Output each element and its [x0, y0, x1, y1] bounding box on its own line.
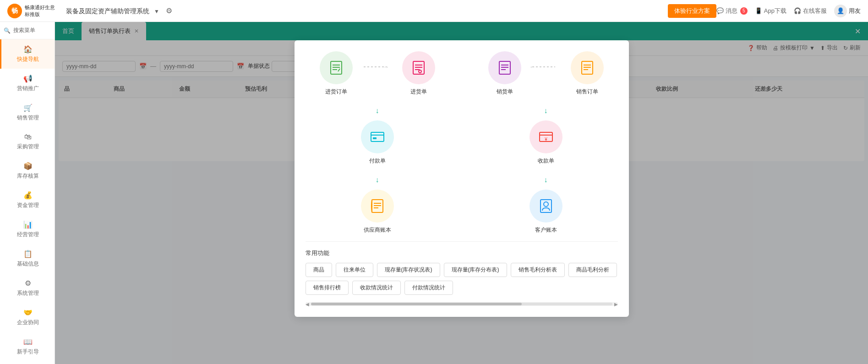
flow-node-sales-bill[interactable]: 销货单 — [477, 51, 532, 96]
modal-box: 进货订单 → 进货单 — [295, 40, 629, 317]
arrow-down-payment: ↓ — [376, 107, 379, 115]
customer-ledger-circle[interactable] — [530, 190, 562, 223]
func-btn-goods[interactable]: 商品 — [306, 263, 332, 277]
payment-circle[interactable] — [361, 120, 394, 153]
dropdown-arrow-icon[interactable]: ▼ — [154, 8, 159, 15]
scroll-thumb[interactable] — [311, 303, 522, 305]
logo-area: 畅 畅康通好生意 标推版 — [7, 4, 62, 18]
message-btn[interactable]: 💬 消息 5 — [716, 7, 748, 15]
online-service-btn[interactable]: 🎧 在线客服 — [794, 7, 827, 15]
svg-rect-16 — [371, 132, 384, 141]
collab-icon: 🤝 — [23, 308, 33, 317]
receipt-label: 收款单 — [538, 157, 554, 165]
message-icon: 💬 — [716, 7, 724, 14]
svg-rect-18 — [373, 137, 377, 139]
func-btn-payment-stats[interactable]: 付款情况统计 — [404, 281, 453, 295]
func-btn-sales-rank[interactable]: 销售排行榜 — [306, 281, 349, 295]
func-btn-sales-profit[interactable]: 销售毛利分析表 — [511, 263, 565, 277]
headset-icon: 🎧 — [794, 7, 801, 14]
search-menu[interactable]: 🔍 搜索菜单 — [0, 22, 55, 39]
system-icon: ⚙ — [25, 279, 31, 288]
flow-node-receipt[interactable]: ↓ ¥ 收款单 — [519, 107, 573, 165]
sidebar-item-newbie[interactable]: 📖 新手引导 — [0, 332, 55, 361]
sales-order-label: 销售订单 — [576, 88, 598, 96]
sidebar-item-purchase[interactable]: 🛍 采购管理 — [0, 127, 55, 156]
sidebar-item-system[interactable]: ⚙ 系统管理 — [0, 273, 55, 303]
arrow-sales-left: ← — [532, 66, 560, 67]
flow-group-customer: ↓ 客户账本 — [477, 176, 615, 234]
flow-node-payment[interactable]: ↓ 付款单 — [350, 107, 405, 165]
arrow-down-receipt: ↓ — [544, 107, 548, 115]
message-badge: 5 — [740, 7, 748, 15]
sidebar-item-basic-info[interactable]: 📋 基础信息 — [0, 244, 55, 273]
flow-node-purchase-bill[interactable]: 进货单 — [391, 51, 446, 96]
flow-node-supplier-ledger[interactable]: ↓ 供应商账本 — [350, 176, 405, 234]
header-right: 💬 消息 5 📱 App下载 🎧 在线客服 👤 用友 — [716, 5, 861, 17]
search-icon: 🔍 — [4, 27, 11, 34]
svg-point-27 — [544, 202, 548, 206]
purchase-icon: 🛍 — [24, 133, 32, 141]
svg-text:¥: ¥ — [544, 137, 547, 142]
flow-node-customer-ledger[interactable]: ↓ 客户账本 — [519, 176, 573, 234]
sales-order-circle[interactable] — [571, 51, 604, 84]
customer-ledger-label: 客户账本 — [535, 226, 557, 234]
flow-node-sales-order[interactable]: 销售订单 — [560, 51, 615, 96]
func-buttons: 商品 往来单位 现存量(库存状况表) 现存量(库存分布表) 销售毛利分析表 商品… — [306, 263, 618, 277]
flow-group-supplier: ↓ 供应商账本 — [309, 176, 446, 234]
purchase-bill-circle[interactable] — [402, 51, 435, 84]
purchase-order-circle[interactable] — [320, 51, 353, 84]
try-btn[interactable]: 体验行业方案 — [668, 4, 716, 18]
sales-bill-circle[interactable] — [488, 51, 521, 84]
system-title: 装备及固定资产辅助管理系统 ▼ ⚙ — [66, 6, 668, 16]
purchase-order-label: 进货订单 — [325, 88, 347, 96]
flow-row-2: ↓ 付款单 ↓ ¥ 收款单 — [306, 107, 618, 165]
func-btn-stock-dist[interactable]: 现存量(库存分布表) — [444, 263, 507, 277]
sidebar-item-quick-nav[interactable]: 🏠 快捷导航 — [0, 39, 55, 69]
func-btn-receipt-stats[interactable]: 收款情况统计 — [352, 281, 401, 295]
flow-group-payment: ↓ 付款单 — [309, 107, 446, 165]
sidebar-item-operations[interactable]: 📊 经营管理 — [0, 215, 55, 244]
phone-icon: 📱 — [755, 7, 762, 14]
common-functions-title: 常用功能 — [306, 249, 618, 257]
payment-label: 付款单 — [369, 157, 386, 165]
scroll-left-arrow[interactable]: ◀ — [306, 302, 309, 307]
sidebar: 🔍 搜索菜单 🏠 快捷导航 📢 营销推广 🛒 销售管理 🛍 采购管理 📦 库存核… — [0, 22, 55, 364]
func-buttons-row2: 销售排行榜 收款情况统计 付款情况统计 — [306, 281, 618, 295]
logo-text: 畅康通好生意 标推版 — [25, 4, 55, 17]
sidebar-item-collab[interactable]: 🤝 企业协同 — [0, 303, 55, 332]
supplier-ledger-circle[interactable] — [361, 190, 394, 223]
sidebar-item-sales[interactable]: 🛒 销售管理 — [0, 98, 55, 127]
sidebar-item-inventory[interactable]: 📦 库存核算 — [0, 156, 55, 185]
arrow-purchase-right: → — [364, 66, 391, 67]
flow-row-1: 进货订单 → 进货单 — [306, 51, 618, 96]
flow-group-receipt: ↓ ¥ 收款单 — [477, 107, 615, 165]
settings-icon[interactable]: ⚙ — [166, 7, 172, 15]
modal-overlay[interactable]: 进货订单 → 进货单 — [55, 22, 868, 364]
arrow-down-supplier: ↓ — [376, 176, 379, 184]
sales-icon: 🛒 — [23, 103, 33, 112]
common-functions: 常用功能 商品 往来单位 现存量(库存状况表) 现存量(库存分布表) 销售毛利分… — [306, 241, 618, 295]
top-header: 畅 畅康通好生意 标推版 装备及固定资产辅助管理系统 ▼ ⚙ 体验行业方案 💬 … — [0, 0, 868, 22]
user-name: 用友 — [849, 7, 861, 15]
func-btn-trading[interactable]: 往来单位 — [336, 263, 373, 277]
flow-group-left: 进货订单 → 进货单 — [309, 51, 446, 96]
func-btn-goods-profit[interactable]: 商品毛利分析 — [568, 263, 617, 277]
func-btn-stock-status[interactable]: 现存量(库存状况表) — [377, 263, 440, 277]
home-icon: 🏠 — [23, 45, 33, 54]
sales-bill-label: 销货单 — [497, 88, 513, 96]
marketing-icon: 📢 — [23, 74, 33, 83]
supplier-ledger-label: 供应商账本 — [364, 226, 391, 234]
receipt-circle[interactable]: ¥ — [530, 120, 562, 153]
sidebar-item-marketing[interactable]: 📢 营销推广 — [0, 69, 55, 98]
flow-group-right: 销货单 ← 销售订单 — [477, 51, 615, 96]
finance-icon: 💰 — [23, 191, 33, 200]
modal-scrollbar[interactable]: ◀ ▶ — [306, 302, 618, 306]
flow-node-purchase-order[interactable]: 进货订单 — [309, 51, 364, 96]
inventory-icon: 📦 — [23, 162, 33, 170]
newbie-icon: 📖 — [23, 337, 33, 346]
user-area[interactable]: 👤 用友 — [834, 5, 861, 17]
sidebar-item-finance[interactable]: 💰 资金管理 — [0, 185, 55, 215]
arrow-down-customer: ↓ — [544, 176, 548, 184]
scroll-right-arrow[interactable]: ▶ — [614, 302, 618, 307]
app-download-btn[interactable]: 📱 App下载 — [755, 7, 786, 15]
